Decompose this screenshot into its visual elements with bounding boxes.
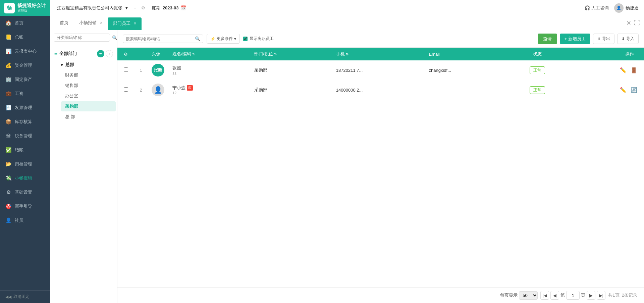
filter-icon: ⚡ [210,37,215,41]
user-name: 畅捷通 [626,5,639,11]
invite-button[interactable]: 邀请 [538,34,557,44]
tab-home[interactable]: 首页 [54,16,74,30]
tab-expand-btn[interactable]: ⛶ [634,19,640,27]
th-phone[interactable]: 手机 [332,48,425,60]
sidebar-item-expense[interactable]: 💸 小畅报销 [0,171,50,185]
dept-node-sales[interactable]: 销售部 [61,81,116,91]
next-page-btn[interactable]: ▶ [587,291,595,300]
sidebar-item-capital[interactable]: 💰 资金管理 [0,58,50,72]
filter-btn[interactable]: ⚡ 更多条件 ▾ [207,34,240,44]
user-area[interactable]: 👤 畅捷通 [614,3,639,13]
add-company-btn[interactable]: ＋ [133,5,137,11]
row2-check[interactable] [117,80,134,100]
import-button[interactable]: ⬇ 导入 [617,34,639,44]
dept-search-area: 🔍 [50,30,117,45]
row2-status-cell: 正常 [506,80,569,100]
sidebar-item-reports[interactable]: 📊 云报表中心 [0,44,50,58]
dept-edit-btn[interactable]: ✏ [97,50,104,57]
dept-search-icon[interactable]: 🔍 [112,35,117,40]
tab-end-buttons: ✕ ⛶ [626,19,640,27]
service-label: 人工咨询 [591,5,609,11]
tab-close-all-btn[interactable]: ✕ [626,19,631,27]
row2-num: 2 [134,80,148,100]
row2-badge: 应 [187,85,193,91]
header-period: 账期 2023-03 📅 [152,5,186,11]
home-icon: 🏠 [5,20,11,26]
export-button[interactable]: ⬆ 导出 [593,34,614,44]
table-row: 2 👤 宁小壹 [117,80,644,100]
row1-edit-icon[interactable]: ✏️ [620,67,627,73]
invoice-icon: 🧾 [5,105,11,111]
dept-node-hq[interactable]: ▼ 总部 [56,60,116,70]
dept-hq-label: 总部 [65,62,74,68]
salary-icon: 💼 [5,91,11,97]
sidebar-item-checkout[interactable]: ✅ 结账 [0,143,50,157]
th-name[interactable]: 姓名/编码 [168,48,250,60]
th-avatar: 头像 [148,48,168,60]
add-employee-button[interactable]: + 新增员工 [560,34,590,44]
prev-page-btn[interactable]: ◀ [550,291,559,300]
sidebar-item-home[interactable]: 🏠 首页 [0,16,50,30]
row2-checkbox[interactable] [124,87,128,92]
cancel-fix-btn[interactable]: ◀◀ 取消固定 [0,290,50,303]
sidebar-item-invoice[interactable]: 🧾 发票管理 [0,101,50,115]
logo-icon: 畅 [4,3,15,13]
dept-node-purchase[interactable]: 采购部 [61,101,116,111]
row2-name: 宁小壹 [172,85,185,91]
tax-icon: 🏛 [5,133,11,139]
sidebar-label-guide: 新手引导 [15,203,32,209]
tab-expense[interactable]: 小畅报销 × [74,16,108,30]
sidebar-label-invoice: 发票管理 [15,105,32,111]
last-page-btn[interactable]: ▶| [597,291,605,300]
row2-name-badge: 宁小壹 应 [172,85,246,91]
logo-text-block: 畅捷通好会计 旗舰版 [17,3,46,13]
employee-search-input[interactable] [126,37,193,41]
show-left-label[interactable]: 显示离职员工 [243,36,274,42]
row1-name: 张照 [172,65,246,71]
page-input[interactable] [566,291,580,300]
tab-department-close[interactable]: × [134,21,136,26]
th-settings[interactable]: ⚙ [117,48,134,60]
sidebar-item-archive[interactable]: 📂 归档管理 [0,157,50,171]
sidebar-item-fixed[interactable]: 🏢 固定资产 [0,72,50,87]
sidebar-item-settings[interactable]: ⚙ 基础设置 [0,185,50,199]
show-left-checkbox[interactable] [243,37,248,41]
sidebar-item-tax[interactable]: 🏛 税务管理 [0,129,50,143]
fixed-icon: 🏢 [5,77,11,83]
sidebar-item-salary[interactable]: 💼 工资 [0,87,50,101]
ledger-icon: 📒 [5,34,11,40]
dept-node-finance[interactable]: 财务部 [61,70,116,80]
service-btn[interactable]: 🎧 人工咨询 [585,5,609,11]
tab-home-label: 首页 [60,20,68,26]
row2-actions: ✏️ 🔄 [573,87,637,93]
dept-sales-label: 销售部 [65,83,78,88]
reports-icon: 📊 [5,48,11,54]
dept-search-input[interactable] [54,34,110,42]
period-value: 2023-03 [163,5,179,10]
avatar-icon: 👤 [616,6,621,10]
tab-expense-close[interactable]: × [100,20,102,25]
dept-node-office[interactable]: 办公室 [61,91,116,101]
row2-delete-icon[interactable]: 🔄 [631,87,637,93]
all-dept-header[interactable]: ▪▪ 全部部门 ✏ « [50,48,117,59]
row2-edit-icon[interactable]: ✏️ [620,87,627,93]
settings-icon[interactable]: ⚙ [141,5,145,10]
search-icon[interactable]: 🔍 [195,36,200,41]
sidebar-item-inventory[interactable]: 📦 库存核算 [0,115,50,129]
calendar-icon[interactable]: 📅 [181,5,186,10]
company-selector[interactable]: 江西服宝精品有限责任公司内账张 ▼ [57,5,129,11]
th-dept[interactable]: 部门/职位 [250,48,332,60]
row1-checkbox[interactable] [124,67,128,72]
toolbar-right: 邀请 + 新增员工 ⬆ 导出 ⬇ 导入 [538,34,639,44]
dept-node-general[interactable]: 总 部 [61,112,116,122]
per-page-dropdown[interactable]: 50 10 20 100 [519,291,538,300]
sidebar-item-member[interactable]: 👤 社员 [0,213,50,228]
sidebar-item-ledger[interactable]: 📒 总账 [0,30,50,44]
row1-check[interactable] [117,60,134,80]
row2-avatar-cell: 👤 [148,80,168,100]
first-page-btn[interactable]: |◀ [540,291,549,300]
dept-collapse-btn[interactable]: « [106,50,113,57]
row1-logout-icon[interactable]: 🚪 [631,67,637,73]
sidebar-item-guide[interactable]: 🎯 新手引导 [0,199,50,213]
tab-department[interactable]: 部门员工 × [108,17,142,30]
